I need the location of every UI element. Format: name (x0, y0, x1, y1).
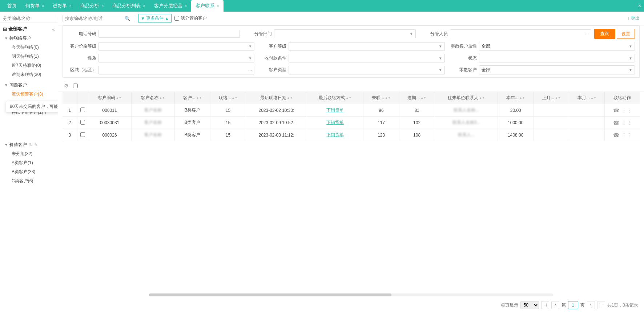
row-checkbox-2[interactable] (80, 120, 85, 125)
sidebar-collapse-icon[interactable]: « (52, 27, 55, 32)
td-checkbox-1[interactable] (77, 104, 88, 117)
tab-purchase[interactable]: 进货单 × (48, 0, 76, 12)
person-dots[interactable]: ··· (585, 31, 589, 36)
th-name-sort[interactable]: 客户名称 ▲▼ (141, 95, 165, 101)
th-not-contact-sort[interactable]: 未联... ▲▼ (372, 95, 391, 101)
th-contact-sort[interactable]: 联络... ▲▼ (219, 95, 238, 101)
tab-sales[interactable]: 销货单 × (21, 0, 48, 12)
table-settings-icon[interactable]: ⚙ (63, 81, 70, 90)
sidebar-item-ungroup[interactable]: 未分组(32) (0, 149, 58, 158)
sidebar-item-overdue-pending[interactable]: 逾期未联络(30) (0, 70, 58, 79)
select-all-checkbox[interactable] (73, 84, 78, 88)
page-prev-button[interactable]: ‹ (551, 301, 559, 309)
th-name[interactable]: 客户名称 ▲▼ (131, 92, 174, 104)
th-method-sort[interactable]: 最后联络方式 ▲▼ (319, 95, 351, 101)
search-input[interactable] (65, 16, 123, 21)
sidebar-group-pending-title[interactable]: ▼ 待联络客户 (0, 34, 58, 43)
sidebar-group-problem-title[interactable]: ▼ 问题客户 (0, 81, 58, 90)
search-icon[interactable]: 🔍 (125, 16, 130, 21)
th-type-sort[interactable]: 客户... ▲▼ (183, 95, 202, 101)
more-conditions-button[interactable]: ▼ 更多条件 ▲ (138, 14, 172, 23)
tab-goods-list[interactable]: 商品分析列表 × (108, 0, 149, 12)
more-action-icon-1[interactable]: ⋮⋮ (621, 108, 632, 113)
phone-input[interactable] (98, 30, 240, 38)
row-checkbox-3[interactable] (80, 132, 85, 137)
tab-purchase-close[interactable]: × (69, 4, 71, 8)
more-action-icon-2[interactable]: ⋮⋮ (621, 120, 632, 126)
sidebar-item-a-class[interactable]: A类客户(1) (0, 158, 58, 167)
th-cp-sort[interactable]: 往来单位联系人 ▲▼ (448, 95, 485, 101)
tab-customer-tier[interactable]: 客户分层经营 × (150, 0, 191, 12)
price-grade-select[interactable]: ▼ (98, 42, 254, 51)
page-last-button[interactable]: ⊢ (597, 301, 605, 309)
customer-grade-select[interactable]: ▼ (289, 42, 444, 51)
query-button[interactable]: 查询 (594, 29, 615, 39)
customer-type-select[interactable]: ▼ (289, 66, 444, 74)
retail-customer-select[interactable]: 全部 ▼ (479, 65, 635, 74)
th-contact-person[interactable]: 往来单位联系人 ▲▼ (435, 92, 498, 104)
sidebar-group-value-title[interactable]: ▼ 价值客户 ↻ ✎ (0, 140, 58, 149)
tab-sales-close[interactable]: × (42, 4, 44, 8)
contact-action-icon-3[interactable]: ☎ (613, 132, 619, 138)
td-method-3[interactable]: 下销货单 (307, 129, 363, 141)
payment-select[interactable]: ▼ (289, 54, 444, 62)
tab-customer-tier-close[interactable]: × (185, 4, 187, 8)
settings-button[interactable]: 设置 (617, 29, 635, 39)
sidebar-item-b-class[interactable]: B类客户(33) (0, 167, 58, 177)
gender-select[interactable]: ▼ (98, 54, 254, 62)
tab-customer-contact[interactable]: 客户联系 × (191, 0, 223, 12)
sidebar-item-today-pending[interactable]: 今天待联络(0) (0, 43, 58, 52)
th-overdue[interactable]: 逾期... ▲▼ (399, 92, 435, 104)
th-last-month-amount[interactable]: 上月... ▲▼ (534, 92, 569, 104)
th-last-contact-date[interactable]: 最后联络日期 ▲▼ (246, 92, 307, 104)
my-customers-checkbox[interactable] (174, 16, 179, 21)
th-contact[interactable]: 联络... ▲▼ (210, 92, 246, 104)
th-not-contact[interactable]: 未联... ▲▼ (363, 92, 399, 104)
contact-action-icon-1[interactable]: ☎ (613, 108, 619, 113)
page-next-button[interactable]: › (587, 301, 595, 309)
region-select[interactable]: ··· (98, 66, 254, 74)
tab-home[interactable]: 首页 (3, 0, 21, 12)
sidebar-item-week-pending[interactable]: 近7天待联络(0) (0, 61, 58, 70)
td-method-2[interactable]: 下销货单 (307, 117, 363, 129)
scrollbar-thumb[interactable] (149, 293, 391, 296)
th-month-amount[interactable]: 本月... ▲▼ (569, 92, 605, 104)
status-select[interactable]: ▼ (479, 54, 635, 62)
th-year-sort[interactable]: 本年... ▲▼ (506, 95, 525, 101)
more-action-icon-3[interactable]: ⋮⋮ (621, 132, 632, 138)
th-overdue-sort[interactable]: 逾期... ▲▼ (407, 95, 426, 101)
my-customers-filter[interactable]: 我分管的客户 (174, 15, 207, 21)
th-code[interactable]: 客户编码 ▲▼ (88, 92, 131, 104)
sidebar-item-tomorrow-pending[interactable]: 明天待联络(1) (0, 52, 58, 61)
th-month-sort[interactable]: 本月... ▲▼ (577, 95, 596, 101)
person-select[interactable]: ··· (450, 29, 591, 38)
th-type[interactable]: 客户... ▲▼ (174, 92, 210, 104)
tab-customer-contact-close[interactable]: × (217, 4, 219, 8)
th-code-sort[interactable]: 客户编码 ▲▼ (98, 95, 122, 101)
close-all-button[interactable]: × (638, 3, 641, 9)
edit-icon[interactable]: ✎ (34, 142, 38, 147)
sidebar-item-churn-warning[interactable]: 流失预警客户(3) (0, 90, 58, 99)
th-last-month-sort[interactable]: 上月... ▲▼ (542, 95, 561, 101)
method-link-3[interactable]: 下销货单 (326, 132, 344, 137)
horizontal-scrollbar[interactable] (149, 293, 553, 296)
th-last-contact-method[interactable]: 最后联络方式 ▲▼ (307, 92, 363, 104)
method-link-2[interactable]: 下销货单 (326, 120, 344, 125)
td-checkbox-3[interactable] (77, 129, 88, 141)
sidebar-all-customers[interactable]: ⊞ 全部客户 « (0, 24, 58, 34)
dept-select[interactable]: ▼ (274, 29, 415, 38)
page-first-button[interactable]: ⊣ (541, 301, 549, 309)
th-date-sort[interactable]: 最后联络日期 ▲▼ (260, 95, 293, 101)
contact-action-icon-2[interactable]: ☎ (613, 120, 619, 126)
row-checkbox-1[interactable] (80, 108, 85, 112)
th-year-amount[interactable]: 本年... ▲▼ (498, 92, 534, 104)
retail-attr-select[interactable]: 全部 ▼ (479, 42, 635, 51)
td-checkbox-2[interactable] (77, 117, 88, 129)
tab-goods-list-close[interactable]: × (143, 4, 145, 8)
region-dots[interactable]: ··· (248, 68, 252, 73)
tab-goods-analysis[interactable]: 商品分析 × (76, 0, 108, 12)
tab-goods-analysis-close[interactable]: × (101, 4, 104, 8)
refresh-icon[interactable]: ↻ (29, 142, 33, 147)
per-page-select[interactable]: 50 100 (520, 301, 539, 309)
sidebar-search-input[interactable] (3, 16, 57, 21)
